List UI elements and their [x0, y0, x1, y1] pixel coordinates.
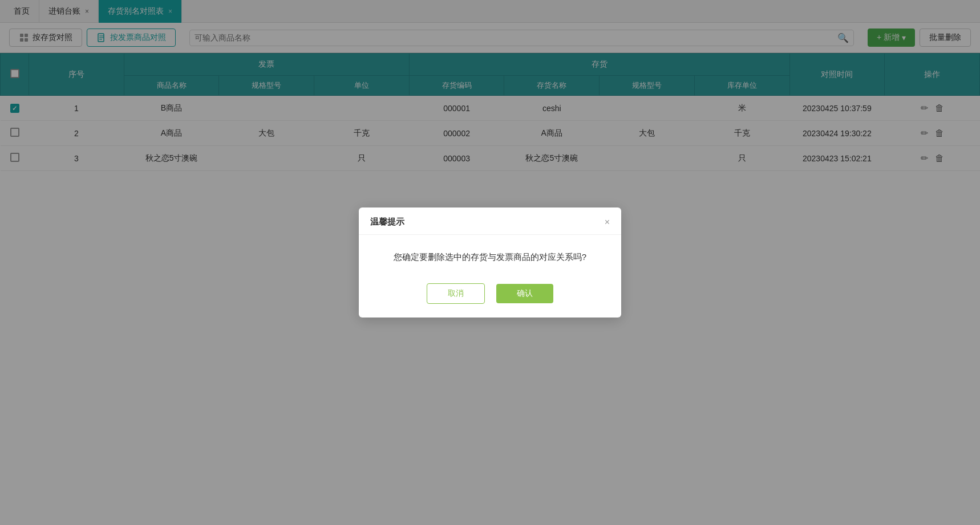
btn-cancel-label: 取消: [448, 288, 464, 298]
dialog: 温馨提示 × 您确定要删除选中的存货与发票商品的对应关系吗? 取消 确认: [359, 207, 621, 318]
dialog-footer: 取消 确认: [359, 274, 621, 318]
dialog-header: 温馨提示 ×: [359, 207, 621, 235]
btn-cancel[interactable]: 取消: [427, 283, 485, 304]
modal-overlay: 温馨提示 × 您确定要删除选中的存货与发票商品的对应关系吗? 取消 确认: [0, 0, 980, 525]
dialog-close-icon[interactable]: ×: [605, 217, 610, 227]
btn-confirm-label: 确认: [517, 288, 533, 298]
dialog-title: 温馨提示: [370, 217, 404, 227]
dialog-message: 您确定要删除选中的存货与发票商品的对应关系吗?: [394, 252, 586, 262]
dialog-body: 您确定要删除选中的存货与发票商品的对应关系吗?: [359, 235, 621, 274]
btn-confirm[interactable]: 确认: [496, 284, 553, 303]
